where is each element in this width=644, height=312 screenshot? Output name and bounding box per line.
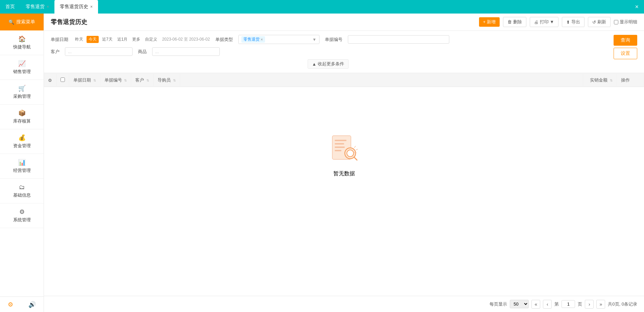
first-page-button[interactable]: « xyxy=(531,300,540,309)
prev-page-button[interactable]: ‹ xyxy=(543,300,552,309)
doc-type-arrow: ▼ xyxy=(312,37,316,42)
svg-rect-1 xyxy=(335,140,347,141)
doc-type-select[interactable]: 零售退货 × ▼ xyxy=(238,35,319,44)
page-size-select[interactable]: 10 20 50 100 xyxy=(510,300,529,308)
table-settings-icon[interactable]: ⚙ xyxy=(48,78,52,83)
th-actual-amount[interactable]: 实销金额 ⇅ xyxy=(583,74,617,87)
filter-settings-button[interactable]: 设置 xyxy=(614,48,637,59)
sidebar-item-basic-info[interactable]: 🗂 基础信息 xyxy=(0,179,44,203)
collapse-button[interactable]: ▲ 收起更多条件 xyxy=(308,59,349,69)
sidebar-item-quick-nav[interactable]: 🏠 快捷导航 xyxy=(0,30,44,55)
purchase-mgmt-icon: 🛒 xyxy=(18,85,26,92)
guide-sort-icon: ⇅ xyxy=(173,79,176,82)
filter-row-1: 单据日期 昨天 今天 近7天 近1月 更多 自定义 2023-06-02 至 2… xyxy=(51,35,605,44)
empty-state: 暂无数据 xyxy=(44,87,644,222)
customer-input[interactable]: ... xyxy=(65,47,133,56)
query-button[interactable]: 查询 xyxy=(614,35,637,46)
th-settings[interactable]: ⚙ xyxy=(44,74,56,87)
print-button[interactable]: 🖨 打印 ▼ xyxy=(530,17,558,27)
page-number-input[interactable] xyxy=(562,300,575,308)
collapse-icon: ▲ xyxy=(312,62,316,67)
export-button[interactable]: ⬆ 导出 xyxy=(562,17,585,27)
total-text: 共0页, 0条记录 xyxy=(608,301,637,307)
tab-retail-return-history[interactable]: 零售退货历史 × xyxy=(54,0,98,14)
filter-area: 单据日期 昨天 今天 近7天 近1月 更多 自定义 2023-06-02 至 2… xyxy=(44,31,644,73)
svg-rect-2 xyxy=(335,143,344,144)
refresh-button[interactable]: ↺ 刷新 xyxy=(588,17,611,27)
page-size-label: 每页显示 xyxy=(490,301,507,307)
sidebar-item-purchase-mgmt[interactable]: 🛒 采购管理 xyxy=(0,80,44,105)
last-page-button[interactable]: » xyxy=(596,300,605,309)
table-area: ⚙ 单据日期 ⇅ 单据编号 ⇅ xyxy=(44,74,644,296)
th-guide-label: 导购员 xyxy=(158,77,171,83)
doc-type-tag-close[interactable]: × xyxy=(261,37,263,42)
window-close-icon: × xyxy=(635,3,639,10)
th-customer[interactable]: 客户 ⇅ xyxy=(131,74,153,87)
sidebar-item-inventory-label: 库存核算 xyxy=(13,118,31,124)
th-actual-amount-label: 实销金额 xyxy=(590,77,607,83)
search-icon: 🔍 xyxy=(8,19,14,25)
window-close-button[interactable]: × xyxy=(629,0,644,14)
sound-icon[interactable]: 🔊 xyxy=(28,301,36,308)
date-shortcuts: 昨天 今天 近7天 近1月 更多 自定义 2023-06-02 至 2023-0… xyxy=(74,36,210,43)
top-bar: 首页 零售退货 × 零售退货历史 × × xyxy=(0,0,644,14)
th-action-label: 操作 xyxy=(621,77,630,83)
th-check[interactable] xyxy=(56,74,69,87)
page-title: 零售退货历史 xyxy=(51,18,87,26)
table-header: ⚙ 单据日期 ⇅ 单据编号 ⇅ xyxy=(44,74,644,87)
doc-no-input[interactable] xyxy=(348,35,449,44)
sidebar-item-finance[interactable]: 💰 资金管理 xyxy=(0,129,44,154)
svg-line-7 xyxy=(354,157,357,160)
sidebar-item-finance-label: 资金管理 xyxy=(13,143,31,149)
tab-retail-return-history-close[interactable]: × xyxy=(90,4,93,9)
sidebar-search[interactable]: 🔍 搜索菜单 xyxy=(0,14,44,30)
th-doc-date-label: 单据日期 xyxy=(73,77,91,83)
goods-input[interactable]: ... xyxy=(152,47,220,56)
th-doc-date[interactable]: 单据日期 ⇅ xyxy=(69,74,100,87)
th-guide[interactable]: 导购员 ⇅ xyxy=(153,74,180,87)
date-more[interactable]: 更多 xyxy=(131,36,142,43)
date-7days[interactable]: 近7天 xyxy=(101,36,114,43)
basic-info-icon: 🗂 xyxy=(18,183,26,191)
customer-sort-icon: ⇅ xyxy=(146,79,149,82)
date-1month[interactable]: 近1月 xyxy=(116,36,129,43)
collapse-row: ▲ 收起更多条件 xyxy=(51,59,605,69)
filter-row-2: 客户 ... 商品 ... xyxy=(51,47,605,56)
sidebar-item-inventory[interactable]: 📦 库存核算 xyxy=(0,105,44,129)
sidebar-item-operations[interactable]: 📊 经营管理 xyxy=(0,154,44,179)
select-all-checkbox[interactable] xyxy=(61,77,65,82)
print-icon: 🖨 xyxy=(534,20,539,25)
sidebar-item-basic-info-label: 基础信息 xyxy=(13,192,31,198)
sidebar-search-label: 搜索菜单 xyxy=(16,19,35,25)
sidebar-item-sales-mgmt-label: 销售管理 xyxy=(13,69,31,75)
sidebar-bottom: ⚙ 🔊 xyxy=(0,296,44,312)
show-detail-checkbox-label: 显示明细 xyxy=(614,19,637,25)
tab-home[interactable]: 首页 xyxy=(0,0,20,14)
doc-no-label: 单据编号 xyxy=(325,37,342,43)
sidebar-item-operations-label: 经营管理 xyxy=(13,168,31,174)
th-doc-no[interactable]: 单据编号 ⇅ xyxy=(100,74,131,87)
svg-rect-4 xyxy=(335,150,341,151)
empty-text: 暂无数据 xyxy=(333,170,355,177)
date-today[interactable]: 今天 xyxy=(87,36,99,43)
tab-retail-return-close[interactable]: × xyxy=(47,4,49,9)
date-range-display: 2023-06-02 至 2023-06-02 xyxy=(162,37,210,42)
content-area: 零售退货历史 + 新增 🗑 删除 🖨 打印 ▼ ⬆ 导出 ↺ 刷新 显示明细 xyxy=(44,14,644,312)
next-page-button[interactable]: › xyxy=(585,300,594,309)
date-custom[interactable]: 自定义 xyxy=(144,36,159,43)
data-table: ⚙ 单据日期 ⇅ 单据编号 ⇅ xyxy=(44,74,644,87)
show-detail-label: 显示明细 xyxy=(620,19,637,25)
pagination-bar: 每页显示 10 20 50 100 « ‹ 第 页 › » 共0页, 0条记录 xyxy=(44,296,644,312)
new-button[interactable]: + 新增 xyxy=(479,17,500,27)
settings-icon[interactable]: ⚙ xyxy=(8,301,13,308)
date-yesterday[interactable]: 昨天 xyxy=(74,36,85,43)
sidebar-item-sales-mgmt[interactable]: 📈 销售管理 xyxy=(0,55,44,80)
doc-type-tag: 零售退货 × xyxy=(241,36,265,43)
filter-actions: 查询 设置 xyxy=(614,35,637,69)
tab-retail-return[interactable]: 零售退货 × xyxy=(20,0,54,14)
delete-button[interactable]: 🗑 删除 xyxy=(503,17,526,27)
sidebar-item-system-mgmt[interactable]: ⚙ 系统管理 xyxy=(0,203,44,228)
show-detail-checkbox[interactable] xyxy=(614,20,618,24)
sidebar-item-purchase-mgmt-label: 采购管理 xyxy=(13,93,31,99)
system-mgmt-icon: ⚙ xyxy=(18,208,26,216)
